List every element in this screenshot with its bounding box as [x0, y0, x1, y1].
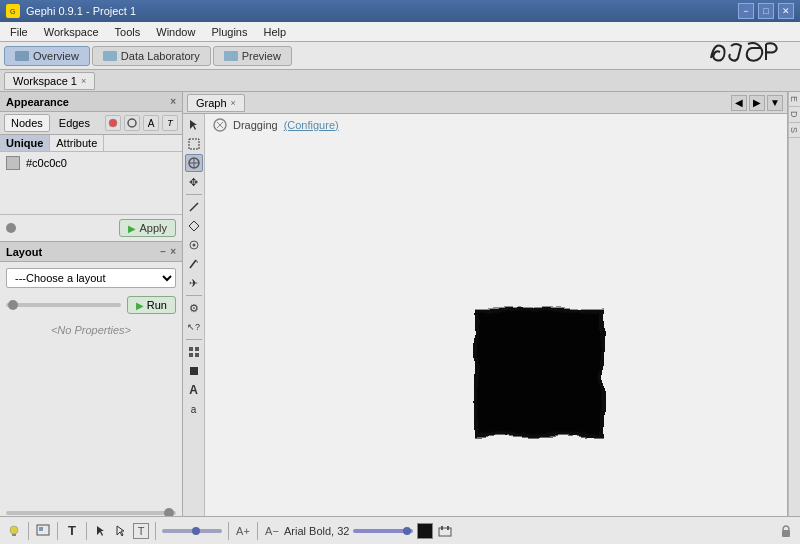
- tab-data-laboratory[interactable]: Data Laboratory: [92, 46, 211, 66]
- ap-text-icon[interactable]: A: [143, 115, 159, 131]
- menu-tools[interactable]: Tools: [109, 24, 147, 40]
- unique-cell[interactable]: Unique: [0, 135, 50, 151]
- graph-canvas[interactable]: Dragging (Configure): [205, 114, 787, 544]
- bt-sep-4: [155, 522, 156, 540]
- data-lab-icon: [103, 51, 117, 61]
- layout-close[interactable]: ×: [170, 246, 176, 257]
- titlebar-controls[interactable]: − □ ✕: [738, 3, 794, 19]
- tool-move[interactable]: ✥: [185, 173, 203, 191]
- graph-tabbar: Graph × ◀ ▶ ▼: [183, 92, 787, 114]
- preview-icon: [224, 51, 238, 61]
- maximize-button[interactable]: □: [758, 3, 774, 19]
- rp-label-s: S: [789, 123, 800, 138]
- bt-font-a-minus[interactable]: A−: [264, 523, 280, 539]
- title-text: Gephi 0.9.1 - Project 1: [26, 5, 136, 17]
- bt-slider-left[interactable]: [162, 529, 222, 533]
- layout-run-row: ▶ Run: [0, 294, 182, 316]
- ap-tab-edges[interactable]: Edges: [52, 114, 97, 132]
- bt-text-t-icon[interactable]: T: [64, 523, 80, 539]
- svg-marker-10: [189, 221, 199, 231]
- graph-tab-close[interactable]: ×: [231, 98, 236, 108]
- tool-grid[interactable]: [185, 343, 203, 361]
- appearance-spacer: [0, 174, 182, 214]
- ap-tab-nodes[interactable]: Nodes: [4, 114, 50, 132]
- bt-cursor2-icon[interactable]: [113, 523, 129, 539]
- svg-rect-28: [39, 527, 43, 531]
- color-item: #c0c0c0: [0, 152, 182, 174]
- bt-lock-icon[interactable]: [778, 523, 794, 539]
- menu-plugins[interactable]: Plugins: [205, 24, 253, 40]
- svg-rect-17: [189, 353, 193, 357]
- menu-workspace[interactable]: Workspace: [38, 24, 105, 40]
- dragging-text: Dragging: [233, 119, 278, 131]
- tool-font-a-upper[interactable]: A: [185, 381, 203, 399]
- bt-color-swatch[interactable]: [417, 523, 433, 539]
- tool-settings[interactable]: ⚙: [185, 299, 203, 317]
- tool-paint[interactable]: [185, 236, 203, 254]
- workspace-tab-close[interactable]: ×: [81, 76, 86, 86]
- tool-plane[interactable]: ✈: [185, 274, 203, 292]
- bt-image-icon[interactable]: [35, 523, 51, 539]
- ap-label-icon[interactable]: T: [162, 115, 178, 131]
- bt-palette-icon[interactable]: [437, 523, 453, 539]
- layout-bottom-slider[interactable]: [6, 511, 176, 515]
- tool-font-a-lower[interactable]: a: [185, 400, 203, 418]
- tab-overview[interactable]: Overview: [4, 46, 90, 66]
- bt-slider-right[interactable]: [353, 529, 413, 533]
- tool-pencil[interactable]: [185, 255, 203, 273]
- menu-help[interactable]: Help: [257, 24, 292, 40]
- layout-select[interactable]: ---Choose a layout: [6, 268, 176, 288]
- tool-square[interactable]: [185, 362, 203, 380]
- layout-minimize[interactable]: −: [160, 246, 166, 257]
- color-swatch[interactable]: [6, 156, 20, 170]
- ap-tab-edges-label: Edges: [59, 117, 90, 129]
- configure-link[interactable]: (Configure): [284, 119, 339, 131]
- top-toolbar: Overview Data Laboratory Preview: [0, 42, 800, 70]
- workspace-tab-1[interactable]: Workspace 1 ×: [4, 72, 95, 90]
- tab-preview[interactable]: Preview: [213, 46, 292, 66]
- layout-slider[interactable]: [6, 303, 121, 307]
- bt-text2-icon[interactable]: T: [133, 523, 149, 539]
- menu-file[interactable]: File: [4, 24, 34, 40]
- appearance-panel: Appearance × Nodes Edges A: [0, 92, 182, 242]
- bt-sep-3: [86, 522, 87, 540]
- ap-circle-icon[interactable]: [124, 115, 140, 131]
- graph-tab-label: Graph: [196, 97, 227, 109]
- titlebar: G Gephi 0.9.1 - Project 1 − □ ✕: [0, 0, 800, 22]
- bt-bulb-icon[interactable]: [6, 523, 22, 539]
- graph-tab-inner: Graph ×: [187, 94, 245, 112]
- svg-point-25: [10, 526, 18, 534]
- graph-nav-right[interactable]: ▶: [749, 95, 765, 111]
- bt-font-a-plus[interactable]: A+: [235, 523, 251, 539]
- graph-tab[interactable]: Graph ×: [187, 94, 245, 112]
- graph-nav-left[interactable]: ◀: [731, 95, 747, 111]
- svg-marker-30: [117, 526, 124, 536]
- ap-color-icon[interactable]: [105, 115, 121, 131]
- bt-slider-thumb-left: [192, 527, 200, 535]
- toolbar-sep-2: [186, 295, 202, 296]
- tool-select[interactable]: [185, 116, 203, 134]
- menu-window[interactable]: Window: [150, 24, 201, 40]
- svg-rect-5: [189, 139, 199, 149]
- tool-cursor-q[interactable]: ↖?: [185, 318, 203, 336]
- minimize-button[interactable]: −: [738, 3, 754, 19]
- graph-nav-down[interactable]: ▼: [767, 95, 783, 111]
- svg-rect-32: [441, 526, 443, 530]
- menubar: File Workspace Tools Window Plugins Help: [0, 22, 800, 42]
- appearance-header: Appearance ×: [0, 92, 182, 112]
- close-button[interactable]: ✕: [778, 3, 794, 19]
- titlebar-left: G Gephi 0.9.1 - Project 1: [6, 4, 136, 18]
- apply-button[interactable]: ▶ Apply: [119, 219, 176, 237]
- bt-slider-thumb-right: [403, 527, 411, 535]
- svg-rect-24: [479, 312, 600, 433]
- appearance-close[interactable]: ×: [170, 96, 176, 107]
- attribute-label: Attribute: [56, 137, 97, 149]
- tool-diamond[interactable]: [185, 217, 203, 235]
- tool-rect-select[interactable]: [185, 135, 203, 153]
- attribute-cell[interactable]: Attribute: [50, 135, 104, 151]
- svg-rect-19: [190, 367, 198, 375]
- tool-direct-select[interactable]: [185, 154, 203, 172]
- tool-line[interactable]: [185, 198, 203, 216]
- bt-cursor-icon[interactable]: [93, 523, 109, 539]
- run-button[interactable]: ▶ Run: [127, 296, 176, 314]
